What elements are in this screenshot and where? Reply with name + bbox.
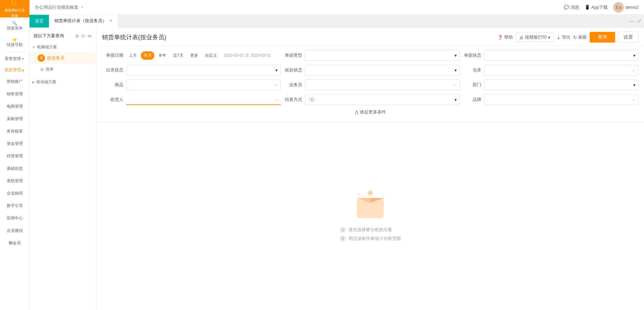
sidebar: 🧡 畅捷通好生意 标版 🔍 搜索菜单 ⭐ 快捷导航 零售管理 ▼ 批发管理 ▲ … (0, 0, 30, 310)
staff-select[interactable]: ··· (305, 80, 460, 90)
page-title-bar: 销货单统计表(按业务员) ❓ 帮助 🖨 按模板打印 ▾ ⤓ 导出 (97, 28, 644, 46)
filter-receipt-status: 收款状态 ▾ (281, 65, 460, 75)
export-btn[interactable]: ⤓ 导出 (557, 34, 571, 40)
logo-icon: 🧡 (10, 0, 19, 7)
left-panel-title: 按以下方案查询 (34, 33, 64, 39)
sidebar-item-sales[interactable]: 销售管理 (0, 88, 29, 100)
ecommerce-label: 电商管理 (7, 104, 23, 109)
right-actions: ❓ 帮助 🖨 按模板打印 ▾ ⤓ 导出 ↻ 刷新 (497, 32, 639, 43)
warehouse-select[interactable]: ··· (484, 65, 639, 75)
collapse-up-icon: ⋀ (355, 110, 359, 115)
sidebar-item-purchase[interactable]: 采购管理 (0, 113, 29, 125)
pc-scheme-title[interactable]: ▼ 电脑端方案 (30, 42, 96, 52)
query-btn[interactable]: 查询 (590, 32, 615, 43)
header-right: 💬 消息 📱 App下载 Ea demo2 (564, 2, 639, 13)
breadcrumb-area: 办公用品行业模拟账套 ▾ (35, 4, 84, 10)
settings-scheme-btn[interactable]: ⊙ (81, 33, 85, 39)
tab-minimize-icon[interactable]: — (629, 18, 634, 24)
app-download-btn[interactable]: 📱 App下载 (585, 4, 608, 10)
sidebar-item-member[interactable]: 畅会员 (0, 237, 29, 249)
ops-label: 经营管理 (7, 154, 23, 158)
search-menu[interactable]: 🔍 搜索菜单 (0, 17, 29, 35)
payment-tag-close[interactable]: × (311, 97, 313, 102)
sidebar-item-wholesale[interactable]: 批发管理 ▲ (0, 64, 29, 75)
brand-select[interactable]: ··· (484, 94, 639, 105)
date-btn-last-month[interactable]: 上月 (126, 51, 140, 60)
sidebar-item-inventory[interactable]: 库存核算 (0, 125, 29, 138)
corp-label: 企业协同 (7, 191, 23, 196)
refresh-btn[interactable]: ↻ 刷新 (573, 34, 587, 40)
filter-recipient: 收货人 ··· (102, 94, 281, 105)
download-icon: 📱 (585, 5, 590, 10)
tab-maximize-icon[interactable]: ⤢ (637, 18, 641, 24)
out-status-select[interactable]: ▾ (126, 65, 281, 75)
retail-label: 零售管理 (5, 56, 21, 62)
department-label: 部门 (460, 82, 484, 88)
sidebar-item-ops[interactable]: 经营管理 (0, 150, 29, 162)
date-btn-more[interactable]: 更多 (187, 51, 201, 60)
department-select[interactable]: ▾ (484, 80, 639, 90)
template-print-label: 按模板打印 (525, 34, 547, 40)
settings-btn[interactable]: 设置 (618, 32, 639, 43)
payment-select[interactable]: × ▾ (305, 94, 460, 105)
sidebar-item-marketing[interactable]: 营销推广 (0, 75, 29, 88)
doc-type-select[interactable]: ▾ (305, 50, 460, 61)
sidebar-item-system[interactable]: 系统管理 (0, 175, 29, 187)
refresh-label: 刷新 (578, 34, 587, 40)
recipient-dots[interactable]: ··· (276, 97, 280, 102)
basic-label: 基础信息 (7, 166, 23, 171)
collapse-panel-btn[interactable]: ≪ (87, 33, 92, 39)
date-btn-this-year[interactable]: 本年 (156, 51, 169, 60)
collapse-bar[interactable]: ⋀ 收起更多条件 (102, 106, 639, 118)
filter-goods: 商品 ··· (102, 80, 281, 90)
template-print-btn[interactable]: 🖨 按模板打印 ▾ (516, 33, 554, 42)
empty-hint-2: 2 用过滤条件来缩小分析范围 (340, 236, 401, 242)
goods-dots[interactable]: ··· (274, 82, 278, 88)
filter-area: 单据日期 上月 本月 本年 近7天 更多 自定义 2023-03-01 至 20… (97, 46, 644, 122)
goods-select[interactable]: ··· (126, 80, 281, 90)
scheme-sub-item-by-order[interactable]: ⊞ 按单 (30, 64, 96, 74)
payment-label: 结算方式 (281, 97, 305, 103)
payment-tag: × (308, 97, 316, 103)
wholesale-label: 批发管理 (5, 67, 21, 73)
message-btn[interactable]: 💬 消息 (564, 4, 579, 10)
filter-payment: 结算方式 × ▾ (281, 94, 460, 105)
sidebar-item-appstore[interactable]: 应用中心 (0, 212, 29, 224)
help-icon: ❓ (497, 35, 503, 40)
date-btn-custom[interactable]: 自定义 (202, 51, 220, 60)
scheme-item-by-staff[interactable]: 员 按业务员 (30, 52, 96, 64)
mobile-scheme-title[interactable]: ▶ 移动端方案 (30, 77, 96, 87)
warehouse-dots[interactable]: ··· (632, 67, 636, 73)
staff-dots[interactable]: ··· (453, 82, 457, 88)
sidebar-item-newbie[interactable]: 新手引导 (0, 200, 29, 212)
left-panel-actions: ⊕ ⊙ ≪ (75, 33, 92, 39)
staff-label: 业务员 (281, 82, 305, 88)
search-menu-label: 搜索菜单 (7, 26, 23, 31)
date-btn-this-month[interactable]: 本月 (141, 51, 154, 60)
user-avatar-btn[interactable]: Ea demo2 (613, 2, 639, 13)
sidebar-item-corp[interactable]: 企业协同 (0, 187, 29, 200)
sidebar-item-basic[interactable]: 基础信息 (0, 162, 29, 175)
doc-status-select[interactable]: ▾ (484, 50, 639, 61)
sidebar-item-retail[interactable]: 零售管理 ▼ (0, 53, 29, 64)
retail-arrow: ▼ (21, 57, 25, 61)
tab-sales-stats[interactable]: 销货单统计表（按业务员） ✕ (49, 15, 118, 28)
tab-close-icon[interactable]: ✕ (109, 18, 113, 23)
receipt-status-arrow: ▾ (454, 68, 457, 73)
brand-dots[interactable]: ··· (632, 97, 636, 102)
help-btn[interactable]: ❓ 帮助 (497, 34, 513, 40)
add-scheme-btn[interactable]: ⊕ (75, 33, 79, 39)
quick-nav[interactable]: ⭐ 快捷导航 (0, 35, 29, 50)
app-logo: 🧡 畅捷通好生意 标版 (0, 0, 30, 17)
sidebar-divider (4, 52, 25, 52)
tab-home[interactable]: 首页 (30, 15, 49, 28)
filter-staff: 业务员 ··· (281, 80, 460, 90)
sidebar-item-corpwechat[interactable]: 企业微信 (0, 224, 29, 237)
filter-doc-type: 单据类型 ▾ (281, 50, 460, 61)
scheme-label-staff: 按业务员 (47, 55, 64, 61)
date-btn-7days[interactable]: 近7天 (170, 51, 186, 60)
receipt-status-select[interactable]: ▾ (305, 65, 460, 75)
appstore-label: 应用中心 (7, 216, 23, 220)
sidebar-item-ecommerce[interactable]: 电商管理 (0, 100, 29, 113)
sidebar-item-finance[interactable]: 资金管理 (0, 138, 29, 150)
